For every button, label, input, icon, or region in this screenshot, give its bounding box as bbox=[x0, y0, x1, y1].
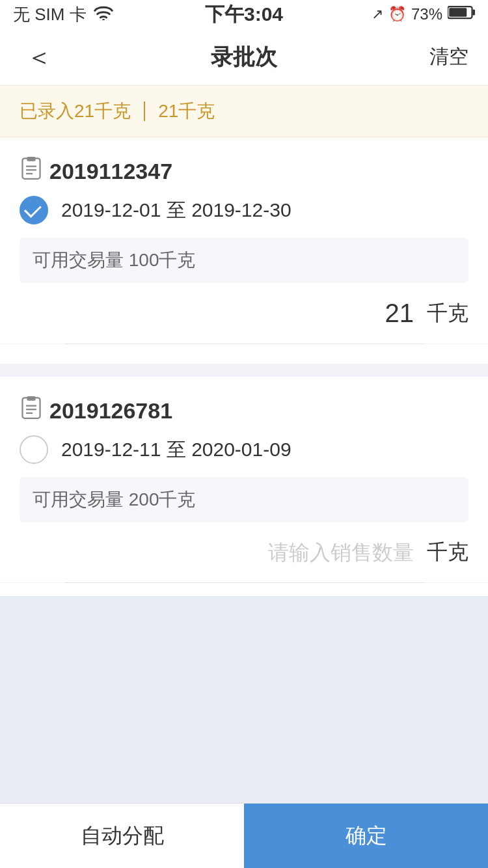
batch1-date-row: 2019-12-01 至 2019-12-30 bbox=[20, 196, 468, 224]
batch2-input-row: 千克 bbox=[0, 522, 488, 582]
wifi-icon bbox=[93, 5, 114, 25]
batch1-header: 2019112347 bbox=[20, 157, 468, 185]
svg-rect-3 bbox=[449, 8, 467, 17]
batch2-date-row: 2019-12-11 至 2020-01-09 bbox=[20, 435, 468, 464]
batch1-number: 2019112347 bbox=[49, 159, 172, 184]
status-time: 下午3:04 bbox=[205, 1, 283, 28]
info-divider bbox=[144, 102, 145, 121]
batch1-icon bbox=[20, 157, 43, 185]
status-left: 无 SIM 卡 bbox=[13, 3, 114, 26]
alarm-icon: ⏰ bbox=[388, 6, 406, 23]
batch2-date: 2019-12-11 至 2020-01-09 bbox=[61, 437, 291, 463]
page-title: 录批次 bbox=[211, 42, 277, 72]
batch2-radio[interactable] bbox=[20, 435, 48, 464]
batch2-number: 2019126781 bbox=[49, 398, 172, 424]
recorded-label: 已录入21千克 bbox=[20, 99, 131, 124]
status-bar: 无 SIM 卡 下午3:04 ↗ ⏰ 73% bbox=[0, 0, 488, 29]
batch1-available: 可用交易量 100千克 bbox=[20, 237, 468, 283]
status-right: ↗ ⏰ 73% bbox=[372, 5, 475, 23]
batch1-radio[interactable] bbox=[20, 196, 48, 224]
batch2-available: 可用交易量 200千克 bbox=[20, 477, 468, 522]
bottom-bar: 自动分配 确定 bbox=[0, 803, 488, 868]
svg-rect-5 bbox=[27, 157, 36, 161]
svg-point-0 bbox=[102, 19, 105, 20]
recorded-value: 21千克 bbox=[158, 99, 215, 124]
batch1-date: 2019-12-01 至 2019-12-30 bbox=[61, 197, 291, 224]
batch-item-1: 2019112347 2019-12-01 至 2019-12-30 可用交易量… bbox=[0, 137, 488, 283]
svg-rect-2 bbox=[472, 10, 475, 16]
batch1-qty-row: 21 千克 bbox=[0, 283, 488, 344]
page-content: 已录入21千克 21千克 2019112347 2019-12-01 至 201… bbox=[0, 86, 488, 868]
svg-rect-10 bbox=[27, 396, 36, 401]
auto-distribute-button[interactable]: 自动分配 bbox=[0, 804, 244, 868]
batch2-header: 2019126781 bbox=[20, 396, 468, 425]
confirm-button[interactable]: 确定 bbox=[244, 804, 488, 868]
location-icon: ↗ bbox=[372, 6, 383, 23]
clear-button[interactable]: 清空 bbox=[429, 44, 468, 70]
batch1-spacer bbox=[0, 344, 488, 364]
nav-bar: ＜ 录批次 清空 bbox=[0, 29, 488, 86]
section-gap-1 bbox=[0, 364, 488, 377]
carrier-text: 无 SIM 卡 bbox=[13, 3, 87, 26]
batch2-icon bbox=[20, 396, 43, 425]
batch2-unit: 千克 bbox=[427, 538, 468, 567]
batch2-spacer bbox=[0, 583, 488, 596]
batch1-quantity: 21 bbox=[385, 299, 414, 328]
info-banner: 已录入21千克 21千克 bbox=[0, 86, 488, 137]
svg-rect-9 bbox=[23, 398, 40, 418]
battery-text: 73% bbox=[411, 5, 442, 23]
svg-rect-4 bbox=[23, 158, 40, 179]
batch-item-2: 2019126781 2019-12-11 至 2020-01-09 可用交易量… bbox=[0, 377, 488, 522]
batch2-quantity-input[interactable] bbox=[153, 541, 414, 565]
back-button[interactable]: ＜ bbox=[20, 33, 59, 81]
battery-icon bbox=[448, 5, 475, 23]
batch1-unit: 千克 bbox=[427, 299, 468, 328]
